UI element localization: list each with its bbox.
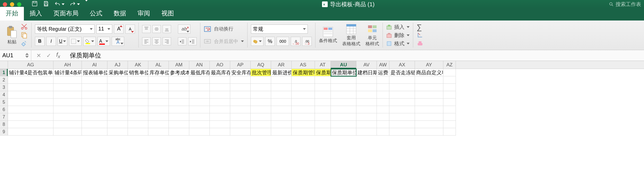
cell-AJ1[interactable]: 采购单位 bbox=[107, 69, 128, 76]
cell-AQ7[interactable] bbox=[251, 113, 271, 121]
cell-AR4[interactable] bbox=[271, 91, 292, 99]
increase-indent-button[interactable] bbox=[188, 37, 197, 45]
redo-button[interactable] bbox=[70, 1, 80, 7]
cell-AH6[interactable] bbox=[53, 106, 82, 113]
cell-AN3[interactable] bbox=[189, 84, 210, 91]
cell-AV8[interactable] bbox=[356, 121, 377, 128]
cell-AT1[interactable]: 保质期 bbox=[315, 69, 331, 76]
conditional-format-button[interactable]: 条件格式 bbox=[319, 26, 337, 44]
column-header-AN[interactable]: AN bbox=[189, 61, 210, 69]
cell-AP9[interactable] bbox=[230, 128, 251, 136]
italic-button[interactable]: I bbox=[46, 37, 56, 46]
cell-AV7[interactable] bbox=[356, 113, 377, 121]
cell-AV9[interactable] bbox=[356, 128, 377, 136]
cell-AG3[interactable] bbox=[8, 84, 53, 91]
row-header-6[interactable]: 6 bbox=[0, 106, 8, 113]
cell-AT7[interactable] bbox=[315, 113, 331, 121]
cell-AG4[interactable] bbox=[8, 91, 53, 99]
cell-AV5[interactable] bbox=[356, 99, 377, 106]
cell-AT8[interactable] bbox=[315, 121, 331, 128]
cell-AJ8[interactable] bbox=[107, 121, 128, 128]
tab-页面布局[interactable]: 页面布局 bbox=[48, 7, 84, 21]
minimize-window-button[interactable] bbox=[10, 2, 14, 7]
copy-icon[interactable] bbox=[20, 31, 28, 40]
cell-AO6[interactable] bbox=[210, 106, 230, 113]
cell-AT3[interactable] bbox=[315, 84, 331, 91]
qat-customize-icon[interactable] bbox=[85, 1, 88, 7]
cell-AY8[interactable] bbox=[415, 121, 443, 128]
cell-AZ4[interactable] bbox=[443, 91, 456, 99]
cell-AJ9[interactable] bbox=[107, 128, 128, 136]
cell-AQ3[interactable] bbox=[251, 84, 271, 91]
increase-font-button[interactable]: A bbox=[114, 24, 124, 34]
column-header-AS[interactable]: AS bbox=[292, 61, 315, 69]
cell-AK8[interactable] bbox=[128, 121, 148, 128]
cell-AU6[interactable] bbox=[331, 106, 356, 113]
cell-AV1[interactable]: 建档日期 bbox=[356, 69, 377, 76]
cell-AY9[interactable] bbox=[415, 128, 443, 136]
cell-AH4[interactable] bbox=[53, 91, 82, 99]
cell-AR6[interactable] bbox=[271, 106, 292, 113]
column-header-AL[interactable]: AL bbox=[148, 61, 169, 69]
cell-AH9[interactable] bbox=[53, 128, 82, 136]
cell-AN5[interactable] bbox=[189, 99, 210, 106]
cell-AZ8[interactable] bbox=[443, 121, 456, 128]
row-header-9[interactable]: 9 bbox=[0, 128, 8, 136]
font-color-button[interactable]: A bbox=[97, 37, 110, 46]
font-size-dropdown[interactable]: 11 bbox=[96, 24, 112, 34]
cell-AX3[interactable] bbox=[389, 84, 415, 91]
cell-AO7[interactable] bbox=[210, 113, 230, 121]
cell-AR1[interactable]: 最新进价 bbox=[271, 69, 292, 76]
cell-AR3[interactable] bbox=[271, 84, 292, 91]
cell-AS6[interactable] bbox=[292, 106, 315, 113]
cell-AJ7[interactable] bbox=[107, 113, 128, 121]
format-painter-icon[interactable] bbox=[20, 40, 28, 48]
row-header-5[interactable]: 5 bbox=[0, 99, 8, 106]
delete-cells-button[interactable]: 删除 bbox=[386, 32, 410, 39]
cell-reference-input[interactable] bbox=[2, 52, 22, 59]
cell-AG5[interactable] bbox=[8, 99, 53, 106]
cell-AG8[interactable] bbox=[8, 121, 53, 128]
cell-AP2[interactable] bbox=[230, 76, 251, 84]
insert-cells-button[interactable]: 插入 bbox=[386, 24, 410, 30]
align-center-button[interactable] bbox=[152, 37, 161, 45]
cell-AM6[interactable] bbox=[169, 106, 189, 113]
cell-AS4[interactable] bbox=[292, 91, 315, 99]
column-header-AV[interactable]: AV bbox=[356, 61, 377, 69]
cell-AS7[interactable] bbox=[292, 113, 315, 121]
cell-AY3[interactable] bbox=[415, 84, 443, 91]
cell-AW7[interactable] bbox=[377, 113, 389, 121]
cell-AL1[interactable]: 库存单位 bbox=[148, 69, 169, 76]
cell-AX7[interactable] bbox=[389, 113, 415, 121]
orientation-button[interactable]: ab↗ bbox=[178, 24, 190, 34]
cell-AO2[interactable] bbox=[210, 76, 230, 84]
column-header-AJ[interactable]: AJ bbox=[107, 61, 128, 69]
cell-AX6[interactable] bbox=[389, 106, 415, 113]
undo-button[interactable] bbox=[54, 1, 65, 7]
cell-AW5[interactable] bbox=[377, 99, 389, 106]
borders-button[interactable] bbox=[69, 37, 82, 46]
cell-AQ5[interactable] bbox=[251, 99, 271, 106]
row-header-1[interactable]: 1 bbox=[0, 69, 8, 76]
paste-button[interactable]: 粘贴 bbox=[6, 23, 18, 48]
tab-插入[interactable]: 插入 bbox=[24, 7, 48, 21]
merge-center-button[interactable]: 合并后居中 bbox=[204, 35, 244, 48]
cell-AP4[interactable] bbox=[230, 91, 251, 99]
cell-AX9[interactable] bbox=[389, 128, 415, 136]
cell-AR9[interactable] bbox=[271, 128, 292, 136]
decrease-decimal-button[interactable]: .00→.0 bbox=[302, 37, 312, 46]
cell-AX8[interactable] bbox=[389, 121, 415, 128]
align-left-button[interactable] bbox=[142, 37, 151, 45]
bold-button[interactable]: B bbox=[35, 37, 45, 46]
cell-AL5[interactable] bbox=[148, 99, 169, 106]
cell-AW3[interactable] bbox=[377, 84, 389, 91]
cell-AG7[interactable] bbox=[8, 113, 53, 121]
cell-AQ1[interactable]: 批次管理 bbox=[251, 69, 271, 76]
cell-AJ4[interactable] bbox=[107, 91, 128, 99]
cell-AU4[interactable] bbox=[331, 91, 356, 99]
row-header-4[interactable]: 4 bbox=[0, 91, 8, 99]
cell-AI6[interactable] bbox=[82, 106, 107, 113]
cell-AJ3[interactable] bbox=[107, 84, 128, 91]
font-name-dropdown[interactable]: 等线 Regular (正文) bbox=[35, 24, 95, 34]
column-header-AM[interactable]: AM bbox=[169, 61, 189, 69]
